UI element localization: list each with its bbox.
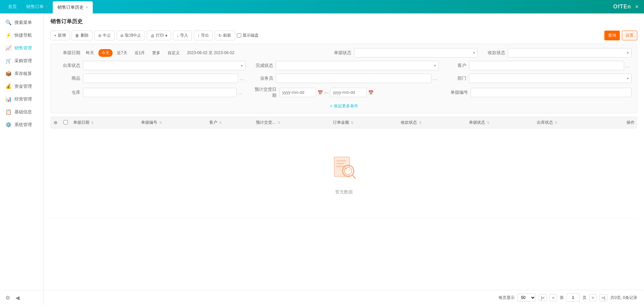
settings-button[interactable]: 设置 — [622, 31, 637, 40]
sort-receipt-icon[interactable]: ⇅ — [419, 121, 422, 124]
cancel-stop-icon: ⊘ — [120, 33, 124, 38]
customer-dots[interactable]: … — [624, 63, 632, 68]
add-button[interactable]: + 新增 — [50, 31, 70, 40]
tab-sales-order[interactable]: 销售订单 × — [22, 0, 53, 13]
page-next-btn[interactable]: > — [589, 294, 597, 301]
table-footer: 每页显示 50 10 20 100 |< < 第 页 > >| 共0页, 0条记… — [44, 290, 644, 305]
query-button[interactable]: 查询 — [604, 31, 620, 40]
date-1month[interactable]: 近1月 — [132, 49, 148, 57]
sort-bill-status-icon[interactable]: ⇅ — [487, 121, 489, 124]
delivery-date-end[interactable] — [330, 88, 367, 97]
per-page-select[interactable]: 50 10 20 100 — [517, 294, 536, 302]
table-checkbox-header[interactable] — [60, 117, 71, 128]
warehouse-label: 仓库 — [56, 89, 83, 96]
sidebar-item-basic-info[interactable]: 📋 基础信息 — [0, 106, 43, 118]
stop-icon: ⊘ — [98, 33, 101, 38]
sidebar-item-purchase[interactable]: 🛒 采购管理 — [0, 54, 43, 67]
goods-dots[interactable]: … — [238, 76, 246, 81]
delivery-date-label: 预计交货日期 — [251, 86, 279, 99]
bill-no-input[interactable] — [471, 88, 632, 97]
salesman-dots[interactable]: … — [431, 76, 439, 81]
bill-no-field — [471, 88, 632, 97]
date-more[interactable]: 更多 — [149, 49, 163, 57]
empty-state-row: 暂无数据 — [50, 128, 637, 218]
page-first-btn[interactable]: |< — [539, 294, 547, 301]
sidebar-item-system[interactable]: ⚙️ 系统管理 — [0, 118, 43, 131]
goods-field: … — [83, 74, 246, 83]
empty-state-cell: 暂无数据 — [50, 128, 637, 218]
table-settings-header[interactable]: ⚙ — [50, 117, 60, 128]
empty-svg — [327, 151, 361, 185]
sidebar-item-finance[interactable]: 💰 资金管理 — [0, 80, 43, 93]
outbound-label: 出库状态 — [56, 63, 83, 69]
sort-date-icon[interactable]: ⇅ — [91, 121, 94, 124]
cancel-stop-button[interactable]: ⊘ 取消中止 — [117, 31, 145, 40]
sidebar-item-shortcut[interactable]: ⚡ 快捷导航 — [0, 29, 43, 42]
customer-input[interactable] — [469, 61, 624, 70]
sidebar-item-sales[interactable]: 📈 销售管理 — [0, 42, 43, 54]
tab-sales-order-history-close[interactable]: × — [86, 5, 88, 10]
sort-outbound-icon[interactable]: ⇅ — [555, 121, 557, 124]
calendar-start-icon[interactable]: 📅 — [317, 90, 323, 95]
window-close-btn[interactable]: × — [635, 3, 639, 10]
dept-select[interactable] — [469, 74, 632, 83]
status-select[interactable] — [354, 48, 478, 58]
goods-input[interactable] — [83, 74, 238, 83]
col-amount: 订单金额 ⇅ — [330, 117, 398, 128]
page-last-btn[interactable]: >| — [599, 294, 608, 301]
sidebar-item-inventory[interactable]: 📦 库存核算 — [0, 67, 43, 80]
svg-rect-2 — [336, 163, 344, 164]
page-title: 销售订单历史 — [44, 13, 644, 29]
sort-customer-icon[interactable]: ⇅ — [219, 121, 222, 124]
empty-text: 暂无数据 — [335, 189, 353, 195]
data-table: ⚙ 单据日期 ⇅ 单据编号 ⇅ 客户 — [50, 117, 637, 218]
display-columns-checkbox[interactable]: 显示磁盘 — [237, 33, 259, 38]
warehouse-field: … — [83, 88, 244, 97]
calendar-end-icon[interactable]: 📅 — [368, 90, 374, 95]
print-button[interactable]: 🖨 打印 ▾ — [147, 31, 171, 40]
complete-select[interactable] — [276, 61, 438, 70]
date-7days[interactable]: 近7天 — [114, 49, 130, 57]
tab-home[interactable]: 首页 — [3, 0, 22, 13]
date-yesterday[interactable]: 昨天 — [83, 49, 97, 57]
date-custom[interactable]: 自定义 — [165, 49, 183, 57]
delete-button[interactable]: 🗑 删除 — [72, 31, 92, 40]
page-prev-btn[interactable]: < — [550, 294, 557, 301]
delivery-date-field: 📅 — 📅 — [279, 88, 440, 97]
col-date: 单据日期 ⇅ — [71, 117, 138, 128]
select-all-checkbox[interactable] — [63, 120, 68, 124]
page-number-input[interactable] — [566, 294, 580, 302]
sidebar-item-search[interactable]: 🔍 搜索菜单 — [0, 16, 43, 29]
outbound-select[interactable] — [83, 61, 246, 70]
search-icon: 🔍 — [5, 20, 12, 26]
outbound-select-wrapper — [83, 61, 246, 70]
sort-amount-icon[interactable]: ⇅ — [351, 121, 353, 124]
receipt-status-select[interactable] — [508, 48, 632, 58]
warehouse-dots[interactable]: … — [237, 90, 244, 95]
refresh-button[interactable]: ↻ 刷新 — [215, 31, 235, 40]
system-icon: ⚙️ — [5, 122, 12, 128]
tab-sales-order-history[interactable]: 销售订单历史 × — [53, 1, 93, 13]
tab-sales-order-close[interactable]: × — [46, 4, 48, 9]
salesman-input[interactable] — [276, 74, 431, 83]
toolbar: + 新增 🗑 删除 ⊘ 中止 ⊘ 取消中止 🖨 打印 ▾ ↓ 导 — [44, 29, 644, 44]
filter-row-2: 出库状态 完成状态 客户 … — [56, 61, 632, 70]
collapse-conditions[interactable]: ∧ 收起更多条件 — [56, 102, 632, 109]
complete-label: 完成状态 — [252, 63, 276, 69]
collapse-sidebar-icon[interactable]: ◀ — [15, 295, 19, 301]
sort-bill-icon[interactable]: ⇅ — [159, 121, 162, 124]
stop-button[interactable]: ⊘ 中止 — [94, 31, 115, 40]
filter-row-1: 单据日期 昨天 今天 近7天 近1月 更多 自定义 2023-06-02 至 2… — [56, 48, 632, 58]
settings-bottom-icon[interactable]: ⚙ — [5, 295, 10, 301]
delivery-date-start[interactable] — [279, 88, 316, 97]
col-bill-no: 单据编号 ⇅ — [138, 117, 206, 128]
date-range-text: 2023-06-02 至 2023-06-02 — [187, 50, 234, 56]
export-button[interactable]: ↑ 导出 — [194, 31, 213, 40]
sort-delivery-icon[interactable]: ⇅ — [277, 121, 280, 124]
col-operation: 操作 — [602, 117, 637, 128]
sidebar-item-management[interactable]: 📊 经营管理 — [0, 93, 43, 106]
warehouse-input[interactable] — [83, 88, 237, 97]
date-today[interactable]: 今天 — [98, 49, 113, 57]
display-columns-input[interactable] — [237, 33, 241, 38]
import-button[interactable]: ↓ 导入 — [173, 31, 192, 40]
